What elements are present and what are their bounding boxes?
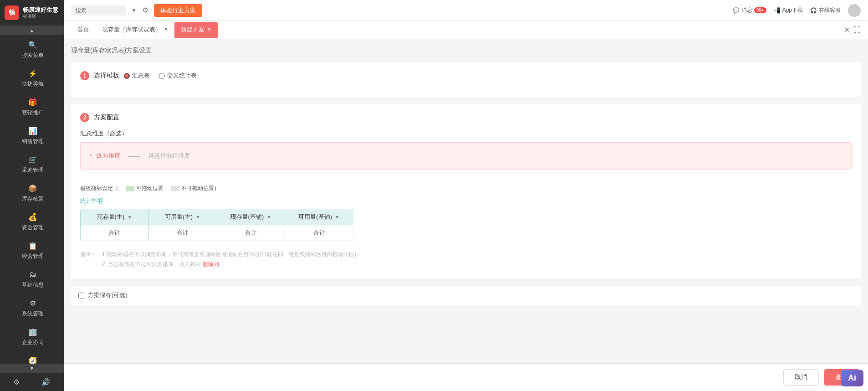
save-label[interactable]: 方案保存(可选) xyxy=(88,291,128,299)
sidebar-item-system[interactable]: ⚙ 系统管理 xyxy=(0,293,64,322)
inventory-icon: 📦 xyxy=(28,183,38,193)
tips-section: 提示： 1.拖动标题栏可以调整布局，不可跨维度或指标区域拖动栏目字段(只能在同一… xyxy=(80,250,852,269)
search-menu-icon: 🔍 xyxy=(28,40,38,50)
search-chevron-icon[interactable]: ▼ xyxy=(131,7,137,14)
dim-label: 纵向维度 xyxy=(97,152,120,160)
user-avatar[interactable] xyxy=(848,4,861,17)
download-icon: 📲 xyxy=(774,7,781,14)
sidebar-item-label: 营销推广 xyxy=(22,109,44,117)
tab-bar: 首页 现存量（库存状况表） ✕ 新建方案 ✕ ✕ ⛶ xyxy=(64,21,868,39)
sales-icon: 📊 xyxy=(28,126,38,136)
basic-info-icon: 🗂 xyxy=(28,269,38,279)
app-edition: 标准版 xyxy=(23,14,58,19)
sidebar: 畅 畅康通好生意 标准版 ▲ 🔍 搜索菜单 ⚡ 快捷导航 🎁 营销推广 📊 销售… xyxy=(0,0,64,391)
footer: 取消 查询 xyxy=(64,363,868,391)
sidebar-item-operations[interactable]: 📋 经营管理 xyxy=(0,236,64,265)
purchase-icon: 🛒 xyxy=(28,154,38,165)
finance-icon: 💰 xyxy=(28,212,38,222)
sidebar-item-quick-nav[interactable]: ⚡ 快捷导航 xyxy=(0,64,64,93)
newbie-icon: 🧭 xyxy=(28,355,38,364)
required-star: * xyxy=(90,153,92,159)
sidebar-item-label: 企业协同 xyxy=(22,339,44,346)
sidebar-item-search-menu[interactable]: 🔍 搜索菜单 xyxy=(0,35,64,64)
radio-summary[interactable]: 汇总表 xyxy=(124,72,150,80)
message-icon: 💬 xyxy=(733,7,740,14)
service-icon: 🎧 xyxy=(810,7,817,14)
quick-nav-icon: ⚡ xyxy=(28,68,38,78)
tab-new-plan-close-icon[interactable]: ✕ xyxy=(207,26,211,32)
trial-plan-button[interactable]: 体验行业方案 xyxy=(154,4,202,17)
save-checkbox[interactable] xyxy=(78,293,84,298)
dimension-config-box[interactable]: * 纵向维度 —— 请选择分组维度 xyxy=(80,142,852,170)
tab-home[interactable]: 首页 xyxy=(71,22,96,38)
message-badge: 99+ xyxy=(754,7,766,13)
message-button[interactable]: 💬 消息 99+ xyxy=(733,6,766,14)
step1-card: 1 选择模板 汇总表 交叉统计表 xyxy=(71,62,861,97)
sidebar-item-finance[interactable]: 💰 资金管理 xyxy=(0,207,64,236)
stats-table: 现存量(主) ▼ 合计 可用量(主) ▼ 合计 xyxy=(80,209,353,241)
sidebar-settings-btn[interactable]: ⚙ xyxy=(13,378,20,386)
topbar-settings-icon[interactable]: ⚙ xyxy=(142,6,148,15)
sidebar-item-label: 资金管理 xyxy=(22,224,44,232)
sidebar-item-label: 采购管理 xyxy=(22,166,44,174)
tab-expand-button[interactable]: ⛶ xyxy=(853,26,861,34)
sidebar-item-enterprise[interactable]: 🏢 企业协同 xyxy=(0,322,64,351)
sidebar-item-label: 基础信息 xyxy=(22,281,44,289)
topbar: ▼ ⚙ 体验行业方案 💬 消息 99+ 📲 App下载 🎧 在线客服 xyxy=(64,0,868,21)
search-input[interactable] xyxy=(71,5,126,15)
sidebar-item-label: 库存核算 xyxy=(22,195,44,203)
tab-inventory-close-icon[interactable]: ✕ xyxy=(164,26,168,32)
main-area: ▼ ⚙ 体验行业方案 💬 消息 99+ 📲 App下载 🎧 在线客服 首页 xyxy=(64,0,868,391)
sidebar-item-purchase[interactable]: 🛒 采购管理 xyxy=(0,150,64,179)
ai-badge[interactable]: Ai xyxy=(841,370,863,386)
sidebar-item-marketing[interactable]: 🎁 营销推广 xyxy=(0,93,64,121)
sidebar-items: 🔍 搜索菜单 ⚡ 快捷导航 🎁 营销推广 📊 销售管理 🛒 采购管理 📦 库存核… xyxy=(0,35,64,364)
tab-new-plan[interactable]: 新建方案 ✕ xyxy=(174,22,218,38)
step2-num: 2 xyxy=(80,113,89,122)
template-radio-group: 汇总表 交叉统计表 xyxy=(124,72,197,80)
step2-card: 2 方案配置 汇总维度（必选） * 纵向维度 —— 请选择分组维度 模板指标设定… xyxy=(71,104,861,278)
col-current-aux: 现存量(基辅) ▼ 合计 xyxy=(217,209,286,241)
sidebar-item-label: 快捷导航 xyxy=(22,80,44,88)
enterprise-icon: 🏢 xyxy=(28,327,38,337)
tab-inventory-status[interactable]: 现存量（库存状况表） ✕ xyxy=(96,22,174,38)
system-icon: ⚙ xyxy=(28,298,38,308)
col-current-main: 现存量(主) ▼ 合计 xyxy=(81,209,149,241)
app-download-button[interactable]: 📲 App下载 xyxy=(774,6,803,14)
col-available-main: 可用量(主) ▼ 合计 xyxy=(149,209,217,241)
col-available-aux: 可用量(基辅) ▼ 合计 xyxy=(285,209,353,241)
col-chevron-icon[interactable]: ▼ xyxy=(335,214,340,220)
dim-dash: —— xyxy=(128,153,140,159)
sidebar-bottom: ⚙ 🔊 xyxy=(0,373,64,391)
sidebar-item-label: 搜索菜单 xyxy=(22,51,44,59)
sidebar-item-basic-info[interactable]: 🗂 基础信息 xyxy=(0,265,64,293)
operations-icon: 📋 xyxy=(28,241,38,251)
cancel-button[interactable]: 取消 xyxy=(783,369,819,386)
sidebar-item-sales[interactable]: 📊 销售管理 xyxy=(0,121,64,150)
marketing-icon: 🎁 xyxy=(28,97,38,107)
non-draggable-indicator xyxy=(171,186,179,191)
online-service-button[interactable]: 🎧 在线客服 xyxy=(810,6,841,14)
sidebar-scroll-up[interactable]: ▲ xyxy=(0,26,64,35)
sidebar-item-inventory[interactable]: 📦 库存核算 xyxy=(0,179,64,207)
app-logo-icon: 畅 xyxy=(5,5,19,20)
step1-title: 选择模板 xyxy=(94,72,119,80)
content-area: 现存量(库存状况表)方案设置 1 选择模板 汇总表 交叉统计表 xyxy=(64,39,868,363)
sidebar-sound-btn[interactable]: 🔊 xyxy=(41,378,51,386)
radio-cross[interactable]: 交叉统计表 xyxy=(159,72,197,80)
sidebar-item-label: 系统管理 xyxy=(22,310,44,318)
indicator-label: 模板指标设定（ xyxy=(80,185,118,192)
step2-title: 方案配置 xyxy=(94,113,119,122)
tab-close-button[interactable]: ✕ xyxy=(844,26,850,34)
col-chevron-icon[interactable]: ▼ xyxy=(127,214,132,220)
sidebar-item-label: 销售管理 xyxy=(22,138,44,145)
summary-dim-label: 汇总维度（必选） xyxy=(80,129,852,138)
sidebar-scroll-down[interactable]: ▼ xyxy=(0,364,64,373)
col-chevron-icon[interactable]: ▼ xyxy=(195,214,200,220)
col-chevron-icon[interactable]: ▼ xyxy=(266,214,271,220)
app-name: 畅康通好生意 xyxy=(23,6,58,14)
page-title: 现存量(库存状况表)方案设置 xyxy=(71,46,861,55)
sidebar-item-newbie[interactable]: 🧭 新手引导 xyxy=(0,351,64,364)
sidebar-logo: 畅 畅康通好生意 标准版 xyxy=(0,0,64,26)
dim-placeholder: 请选择分组维度 xyxy=(148,152,190,160)
